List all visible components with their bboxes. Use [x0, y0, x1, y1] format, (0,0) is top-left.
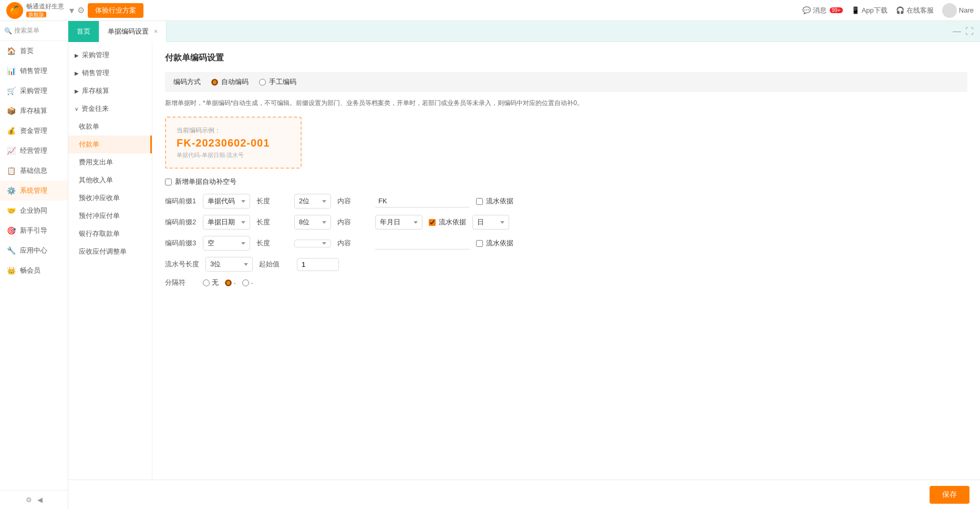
stream3-checkbox[interactable] [476, 240, 483, 247]
nav-arrow[interactable]: ▾ [69, 5, 74, 16]
sub-sidebar-group-capital-title[interactable]: ∨ 资金往来 [68, 100, 152, 118]
stream1-checkbox-group: 流水依据 [476, 196, 513, 206]
sidebar-item-member[interactable]: 👑 畅会员 [0, 261, 68, 281]
stream2-unit-select[interactable]: 日 [472, 215, 509, 230]
start-value-label: 起始值 [259, 259, 291, 269]
stream2-checkbox[interactable] [429, 219, 436, 226]
sidebar-settings-icon[interactable]: ⚙ [26, 496, 32, 504]
sub-sidebar-group-sales: ▶ 销售管理 [68, 64, 152, 82]
stream2-unit-arrow [500, 221, 504, 224]
sub-sidebar-item-expense[interactable]: 费用支出单 [68, 153, 152, 171]
content2-select[interactable]: 年月日 [375, 215, 422, 230]
sidebar-item-appcenter[interactable]: 🔧 应用中心 [0, 241, 68, 261]
prefix2-select[interactable]: 单据日期 [203, 215, 250, 230]
prefix2-arrow [241, 221, 245, 224]
serial-length-arrow [244, 263, 248, 266]
content2-arrow [414, 221, 418, 224]
encoding-mode: 编码方式 自动编码 手工编码 [165, 72, 967, 92]
example-box: 当前编码示例： FK-20230602-001 单据代码-单据日期-流水号 [165, 117, 302, 169]
sub-sidebar-item-receipt[interactable]: 收款单 [68, 118, 152, 136]
tab-encoding[interactable]: 单据编码设置 × [99, 21, 167, 42]
sub-sidebar-item-prepaid-offset[interactable]: 预收冲应收单 [68, 189, 152, 207]
separator-dot-label[interactable]: · [225, 279, 236, 287]
tab-minimize-icon[interactable]: — [953, 27, 961, 36]
topbar: 🍊 畅通道好生意 旗舰版 ▾ ⚙ 体验行业方案 💬 消息 99+ 📱 App下载… [0, 0, 980, 21]
sub-sidebar-item-other-income[interactable]: 其他收入单 [68, 171, 152, 189]
separator-none-radio[interactable] [203, 279, 210, 286]
separator-none-label[interactable]: 无 [203, 278, 219, 287]
online-service-btn[interactable]: 🎧 在线客服 [896, 6, 934, 15]
prefix3-select[interactable]: 空 [203, 236, 250, 251]
length1-arrow [322, 200, 326, 203]
prefix1-select[interactable]: 单据代码 [203, 194, 250, 209]
length1-label: 长度 [256, 196, 288, 206]
sub-sidebar-group-purchase-title[interactable]: ▶ 采购管理 [68, 46, 152, 64]
start-value-input[interactable] [297, 258, 339, 271]
sidebar-item-basic[interactable]: 📋 基础信息 [0, 161, 68, 181]
sidebar-item-enterprise[interactable]: 🤝 企业协同 [0, 201, 68, 221]
topbar-nav: ▾ ⚙ 体验行业方案 [69, 3, 143, 18]
sidebar-item-sales[interactable]: 📊 销售管理 [0, 61, 68, 81]
logo-icon: 🍊 [6, 2, 23, 19]
auto-encode-radio-label[interactable]: 自动编码 [211, 77, 249, 87]
industry-btn[interactable]: 体验行业方案 [88, 3, 143, 18]
length2-select[interactable]: 8位 [294, 215, 331, 230]
enterprise-icon: 🤝 [6, 206, 16, 215]
logo-text: 畅通道好生意 旗舰版 [26, 3, 64, 18]
auto-zero-checkbox[interactable] [165, 179, 172, 185]
inventory-icon: 📦 [6, 106, 16, 116]
auto-zero-label: 新增单据自动补空号 [175, 177, 236, 186]
content-area: 首页 单据编码设置 × — ⛶ ▶ 采购管理 [68, 21, 980, 509]
sidebar-item-finance[interactable]: 💰 资金管理 [0, 121, 68, 141]
sub-sidebar-group-inventory-title[interactable]: ▶ 库存核算 [68, 82, 152, 100]
prefix1-label: 编码前缀1 [165, 196, 197, 206]
sidebar-item-system[interactable]: ⚙️ 系统管理 [0, 181, 68, 201]
tab-expand-icon[interactable]: ⛶ [965, 27, 974, 36]
app-download-btn[interactable]: 📱 App下载 [851, 6, 888, 15]
message-btn[interactable]: 💬 消息 99+ [802, 6, 843, 15]
length3-arrow [322, 242, 326, 245]
sidebar-collapse-icon[interactable]: ◀ [37, 496, 43, 504]
sub-sidebar-item-advance-offset[interactable]: 预付冲应付单 [68, 207, 152, 225]
user-info[interactable]: Nare [942, 3, 974, 18]
separator-dot-radio[interactable] [225, 279, 232, 286]
stream1-label: 流水依据 [486, 196, 513, 206]
content2-label: 内容 [337, 217, 369, 227]
sub-sidebar-group-sales-title[interactable]: ▶ 销售管理 [68, 64, 152, 82]
sidebar-item-purchase[interactable]: 🛒 采购管理 [0, 81, 68, 101]
manual-encode-radio-label[interactable]: 手工编码 [259, 77, 296, 87]
operation-icon: 📈 [6, 146, 16, 155]
length1-select[interactable]: 2位 [294, 194, 331, 209]
content3-input [375, 237, 470, 250]
sub-sidebar-item-payment[interactable]: 付款单 [68, 136, 152, 153]
stream2-checkbox-group: 流水依据 [429, 217, 466, 227]
separator-radio-group: 无 · · [203, 278, 253, 287]
sidebar-item-inventory[interactable]: 📦 库存核算 [0, 101, 68, 121]
separator-dot2-radio[interactable] [242, 279, 249, 286]
topbar-right: 💬 消息 99+ 📱 App下载 🎧 在线客服 Nare [802, 3, 974, 18]
serial-length-select[interactable]: 3位 [205, 257, 253, 272]
form-area: 付款单编码设置 编码方式 自动编码 手工编码 新增单据时，*单据编码*自动生成，… [152, 42, 980, 480]
tab-home[interactable]: 首页 [68, 21, 99, 42]
sidebar-item-operation[interactable]: 📈 经营管理 [0, 141, 68, 161]
stream1-checkbox[interactable] [476, 198, 483, 205]
appcenter-icon: 🔧 [6, 246, 16, 255]
message-icon: 💬 [802, 6, 811, 14]
settings-icon[interactable]: ⚙ [77, 5, 85, 15]
tab-actions: — ⛶ [953, 27, 980, 36]
manual-encode-radio[interactable] [259, 79, 266, 86]
tab-close-icon[interactable]: × [154, 28, 158, 35]
sidebar-item-home[interactable]: 🏠 首页 [0, 41, 68, 61]
topbar-left: 🍊 畅通道好生意 旗舰版 ▾ ⚙ 体验行业方案 [6, 2, 143, 19]
sidebar-search[interactable]: 🔍 搜索菜单 [0, 21, 68, 41]
phone-icon: 📱 [851, 6, 860, 14]
auto-encode-radio[interactable] [211, 79, 218, 86]
sub-sidebar-item-adjustment[interactable]: 应收应付调整单 [68, 243, 152, 261]
member-icon: 👑 [6, 266, 16, 275]
separator-dot2-label[interactable]: · [242, 279, 253, 287]
sidebar-item-newguide[interactable]: 🎯 新手引导 [0, 221, 68, 241]
separator-row: 分隔符 无 · · [165, 278, 967, 287]
length3-select[interactable] [294, 240, 331, 247]
save-button[interactable]: 保存 [930, 486, 969, 504]
sub-sidebar-item-bank-deposit[interactable]: 银行存取款单 [68, 225, 152, 243]
